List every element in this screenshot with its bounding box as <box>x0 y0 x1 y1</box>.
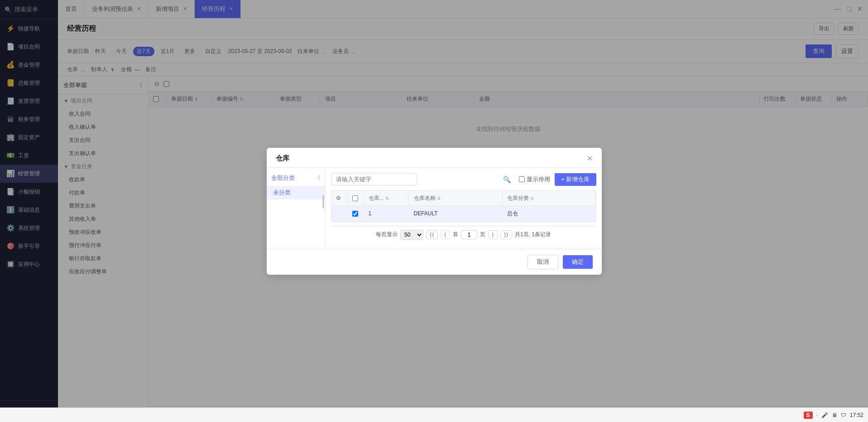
col-category-label: 仓库分类 <box>507 194 529 202</box>
modal-per-page-select[interactable]: 50 100 <box>400 230 423 240</box>
modal-page-suffix: 页 <box>480 231 485 238</box>
modal-per-page-label: 每页显示 <box>376 231 398 238</box>
modal-col-name: 仓库名称 ⇅ <box>409 191 503 206</box>
show-disabled-checkbox[interactable] <box>519 176 525 182</box>
modal-title: 仓库 <box>276 154 289 163</box>
col-name-label: 仓库名称 <box>414 194 436 202</box>
modal-body: 全部分类 《 未分类 🔍 显示停用 <box>267 168 602 249</box>
row-code: DEFAULT <box>414 210 438 217</box>
cancel-btn[interactable]: 取消 <box>528 255 558 269</box>
row-checkbox-cell <box>348 206 364 221</box>
modal-pagination: 每页显示 50 100 ⟨⟨ ⟨ 算 页 ⟩ ⟩⟩ 共1页, 1条记录 <box>331 226 596 243</box>
modal-footer: 取消 确定 <box>267 249 602 275</box>
taskbar-time: 17:52 <box>850 412 863 418</box>
left-scrollbar <box>322 195 324 209</box>
row-checkbox[interactable] <box>352 211 358 217</box>
modal-left-header: 全部分类 《 <box>267 172 325 186</box>
modal-last-page-btn[interactable]: ⟩⟩ <box>500 230 512 239</box>
add-warehouse-btn[interactable]: + 新增仓库 <box>555 173 596 186</box>
warehouse-search-input[interactable] <box>331 173 417 185</box>
modal-total-label: 共1页, 1条记录 <box>515 231 551 238</box>
row-num: 1 <box>369 210 372 217</box>
modal-first-page-btn[interactable]: ⟨⟨ <box>426 230 438 239</box>
modal-left-collapse-btn[interactable]: 《 <box>314 174 321 182</box>
modal-next-page-btn[interactable]: ⟩ <box>488 230 498 239</box>
col-code-label: 仓库... <box>369 194 384 202</box>
modal-page-label: 算 <box>453 231 458 238</box>
confirm-btn[interactable]: 确定 <box>563 255 593 269</box>
modal-page-input[interactable] <box>461 230 477 239</box>
modal-right-panel: 🔍 显示停用 + 新增仓库 ⚙ <box>326 168 602 249</box>
modal-col-checkbox <box>348 191 364 206</box>
modal-col-settings: ⚙ <box>331 191 348 206</box>
row-num-cell: 1 <box>364 206 409 221</box>
col-gear-icon[interactable]: ⚙ <box>336 195 341 201</box>
taskbar-dot-icon: · <box>816 412 818 418</box>
taskbar: S · 🎤 🖥 🛡 17:52 <box>0 407 868 422</box>
taskbar-shield-icon: 🛡 <box>841 412 846 418</box>
modal-warehouse-table: ⚙ 仓库... ⇅ 仓库名称 ⇅ <box>331 190 596 222</box>
modal-col-code: 仓库... ⇅ <box>364 191 409 206</box>
modal-header: 仓库 ✕ <box>267 148 602 168</box>
show-disabled-text: 显示停用 <box>527 175 550 184</box>
search-icon: 🔍 <box>503 176 511 183</box>
modal-overlay: 仓库 ✕ 全部分类 《 未分类 🔍 <box>0 0 868 422</box>
modal-search-row: 🔍 显示停用 + 新增仓库 <box>331 173 596 186</box>
taskbar-screen-icon: 🖥 <box>832 412 837 418</box>
search-input-wrapper: 🔍 <box>331 173 515 185</box>
modal-col-category: 仓库分类 ⇅ <box>503 191 596 206</box>
row-name: 总仓 <box>507 210 518 218</box>
modal-table-header: ⚙ 仓库... ⇅ 仓库名称 ⇅ <box>331 191 596 206</box>
taskbar-mic-icon: 🎤 <box>821 412 828 418</box>
modal-close-btn[interactable]: ✕ <box>587 154 593 163</box>
sort-icon-name[interactable]: ⇅ <box>437 196 441 201</box>
modal-all-category-btn[interactable]: 全部分类 <box>271 174 295 182</box>
row-name-cell: 总仓 <box>503 206 596 221</box>
taskbar-logo: S <box>804 412 813 419</box>
modal-left-item-uncategorized[interactable]: 未分类 <box>267 186 325 199</box>
sort-icon-category[interactable]: ⇅ <box>530 196 534 201</box>
show-disabled-label: 显示停用 <box>519 175 550 184</box>
modal-prev-page-btn[interactable]: ⟨ <box>441 230 450 239</box>
modal-table-row[interactable]: 1 DEFAULT 总仓 <box>331 206 596 222</box>
taskbar-right: S · 🎤 🖥 🛡 17:52 <box>804 412 863 419</box>
row-code-cell: DEFAULT <box>409 206 503 221</box>
modal-left-panel: 全部分类 《 未分类 <box>267 168 326 249</box>
warehouse-modal: 仓库 ✕ 全部分类 《 未分类 🔍 <box>267 148 602 275</box>
modal-header-checkbox[interactable] <box>352 195 358 201</box>
row-settings-cell <box>331 206 348 221</box>
sort-icon-code[interactable]: ⇅ <box>385 196 389 201</box>
